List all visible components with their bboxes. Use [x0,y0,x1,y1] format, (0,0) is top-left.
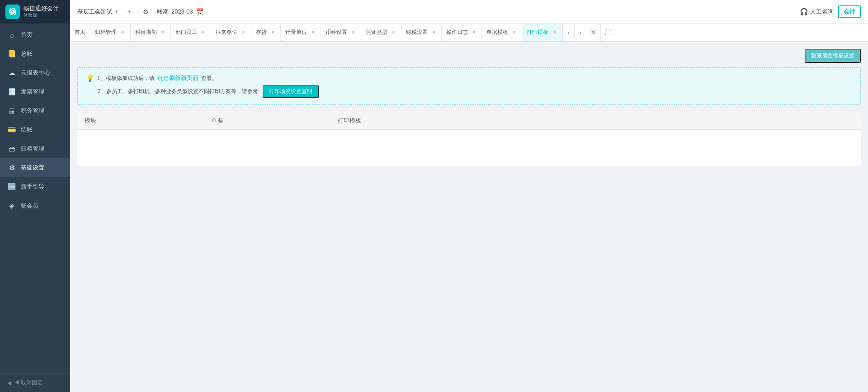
tab-dept-label: 部门员工 [175,28,197,36]
tab-stock-close[interactable]: ✕ [269,29,276,36]
main-content: 隐藏预置模板设置 💡 1、模板添加成功后，请 点击刷新新页面 查看。 2、多员工… [70,42,868,392]
table-body [77,130,861,166]
sidebar-item-settings[interactable]: ⚙ 基础设置 [0,158,70,177]
sidebar-item-home[interactable]: ⌂ 首页 [0,25,70,44]
info-row-1: 💡 1、模板添加成功后，请 点击刷新新页面 查看。 [86,74,852,82]
tab-voucher[interactable]: 凭证类型 ✕ [361,24,401,41]
sidebar-item-tax[interactable]: 🏛 税务管理 [0,101,70,120]
tab-print[interactable]: 打印模板 ✕ [522,24,562,41]
col-template-header: 打印模板 [338,117,854,125]
topbar: 基层工会测试 ▾ ＋ ⚙ 账期 2023-03 📅 🎧 人工咨询 会计 [70,0,868,24]
sidebar-item-invoice[interactable]: 🧾 发票管理 [0,82,70,101]
tab-currency[interactable]: 币种设置 ✕ [321,24,361,41]
tab-finance-label: 财税设置 [406,28,428,36]
info-text-1-suffix: 查看。 [201,75,217,82]
service-button[interactable]: 🎧 人工咨询 [800,8,834,16]
logo-text: 畅捷通好会计 体验版 [24,5,59,19]
tab-print-close[interactable]: ✕ [551,29,557,36]
tab-subject[interactable]: 科目期初 ✕ [131,24,171,41]
app-logo: 畅 畅捷通好会计 体验版 [0,0,70,24]
tab-currency-close[interactable]: ✕ [350,29,356,36]
tab-oplog-label: 操作日志 [446,28,468,36]
tab-contact-label: 往来单位 [216,28,237,36]
company-selector[interactable]: 基层工会测试 ▾ [77,8,118,16]
calendar-icon[interactable]: 📅 [196,8,203,15]
tab-unit-label: 计量单位 [285,28,307,36]
sidebar-label-invoice: 发票管理 [21,88,44,96]
unpin-button[interactable]: ◀ ◀ 取消固定 [0,373,70,392]
tab-single[interactable]: 单据模板 ✕ [482,24,522,41]
logo-title: 畅捷通好会计 [24,5,59,13]
sidebar: 畅 畅捷通好会计 体验版 ⌂ 首页 📒 总账 ☁ 云报表中心 🧾 发票管理 🏛 … [0,0,70,392]
headset-icon: 🎧 [800,8,808,16]
tab-voucher-label: 凭证类型 [366,28,387,36]
tab-single-close[interactable]: ✕ [511,29,517,36]
tab-oplog-close[interactable]: ✕ [471,29,477,36]
sidebar-label-settings: 基础设置 [21,164,44,172]
tab-voucher-close[interactable]: ✕ [390,29,396,36]
guide-icon: 🆕 [7,183,16,191]
add-tab-button[interactable]: ＋ [123,6,135,18]
sidebar-label-ledger: 总账 [21,50,33,58]
sidebar-item-archive[interactable]: 🗃 归档管理 [0,139,70,158]
sidebar-item-checkout[interactable]: 💳 结账 [0,120,70,139]
sidebar-label-reports: 云报表中心 [21,69,50,77]
sidebar-item-member[interactable]: ◈ 畅会员 [0,196,70,215]
tab-currency-label: 币种设置 [326,28,347,36]
topbar-right: 🎧 人工咨询 会计 [800,5,861,18]
info-text-1-prefix: 1、模板添加成功后，请 [97,75,155,82]
hide-template-area: 隐藏预置模板设置 [77,49,861,63]
tab-unit[interactable]: 计量单位 ✕ [281,24,321,41]
tab-close-all-button[interactable]: ✕ [586,24,600,41]
sidebar-label-checkout: 结账 [21,126,33,134]
info-box: 💡 1、模板添加成功后，请 点击刷新新页面 查看。 2、多员工、多打印机、多种业… [77,67,861,105]
col-module-header: 模块 [85,117,211,125]
hide-template-button[interactable]: 隐藏预置模板设置 [805,49,861,63]
sidebar-item-reports[interactable]: ☁ 云报表中心 [0,63,70,82]
tabbar: 首页 归档管理 ✕ 科目期初 ✕ 部门员工 ✕ 往来单位 ✕ 存货 ✕ 计量单位… [70,24,868,42]
period-label: 账期 [157,8,169,16]
tab-dept-close[interactable]: ✕ [200,29,206,36]
tab-archive-label: 归档管理 [95,28,117,36]
print-scene-button[interactable]: 打印场景设置宣明 [263,85,319,98]
company-name: 基层工会测试 [77,8,113,16]
company-chevron-icon: ▾ [115,9,118,14]
refresh-link[interactable]: 点击刷新新页面 [157,74,198,82]
tab-unit-close[interactable]: ✕ [310,29,316,36]
tab-finance-close[interactable]: ✕ [430,29,437,36]
period-display: 账期 2023-03 📅 [157,8,203,16]
topbar-actions: ＋ ⚙ [123,6,151,18]
logo-subtitle: 体验版 [24,12,59,19]
accountant-button[interactable]: 会计 [838,5,861,18]
sidebar-menu: ⌂ 首页 📒 总账 ☁ 云报表中心 🧾 发票管理 🏛 税务管理 💳 结账 🗃 归… [0,24,70,373]
logo-icon: 畅 [5,5,20,19]
tab-expand-button[interactable]: ⛶ [600,24,615,41]
tab-stock[interactable]: 存货 ✕ [251,24,281,41]
tab-contact-close[interactable]: ✕ [240,29,246,36]
tab-archive-close[interactable]: ✕ [119,29,126,36]
tab-print-label: 打印模板 [527,28,548,36]
tab-subject-close[interactable]: ✕ [160,29,166,36]
member-icon: ◈ [7,202,16,210]
tab-dept[interactable]: 部门员工 ✕ [171,24,211,41]
tab-oplog[interactable]: 操作日志 ✕ [442,24,482,41]
sidebar-label-tax: 税务管理 [21,107,44,115]
ledger-icon: 📒 [7,50,16,58]
tab-home[interactable]: 首页 [70,24,90,41]
tab-contact[interactable]: 往来单位 ✕ [211,24,251,41]
info-text-2-prefix: 2、多员工、多打印机、多种业务类型设置不同打印方案等，请参考 [98,88,258,95]
tab-next-button[interactable]: › [574,24,586,41]
home-icon: ⌂ [7,31,16,39]
bulb-icon: 💡 [86,74,94,82]
service-label: 人工咨询 [810,8,834,16]
sidebar-item-ledger[interactable]: 📒 总账 [0,44,70,63]
invoice-icon: 🧾 [7,88,16,96]
settings-icon: ⚙ [7,164,16,172]
sidebar-label-member: 畅会员 [21,202,38,210]
tab-prev-button[interactable]: ‹ [562,24,574,41]
tab-single-label: 单据模板 [486,28,508,36]
sidebar-item-guide[interactable]: 🆕 新手引导 [0,177,70,196]
settings-gear-button[interactable]: ⚙ [140,6,151,18]
tab-finance[interactable]: 财税设置 ✕ [401,24,442,41]
tab-archive[interactable]: 归档管理 ✕ [90,24,131,41]
